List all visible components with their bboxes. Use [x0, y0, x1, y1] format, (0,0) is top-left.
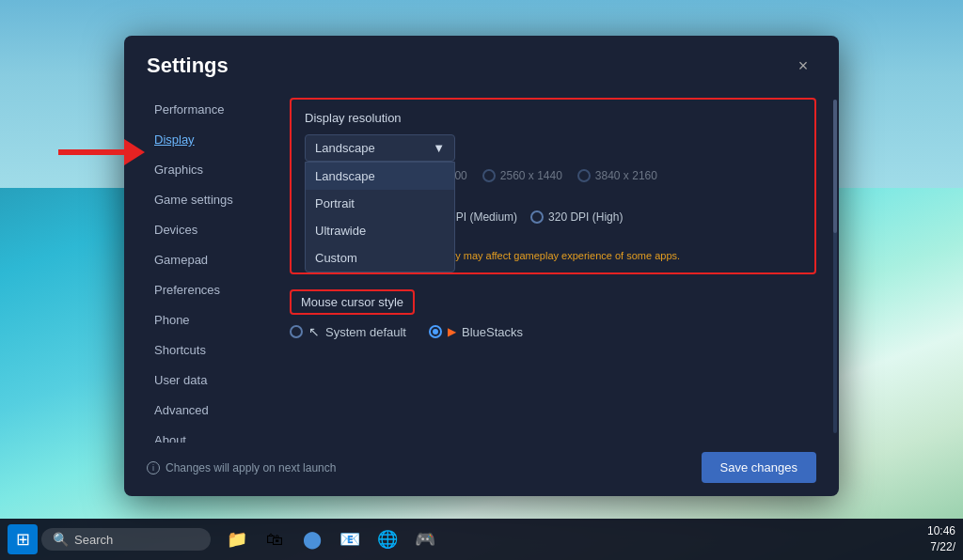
dropdown-container: Landscape ▼ Landscape Portrait Ultrawide…: [305, 134, 801, 162]
edge-icon[interactable]: 🌐: [372, 524, 403, 554]
chrome-icon[interactable]: ⬤: [297, 524, 327, 554]
sidebar-item-devices[interactable]: Devices: [132, 215, 267, 244]
sidebar-item-about[interactable]: About: [132, 426, 267, 443]
landscape-dropdown[interactable]: Landscape ▼: [305, 134, 455, 162]
sidebar-item-advanced[interactable]: Advanced: [132, 396, 267, 425]
settings-dialog: Settings × Performance Display Graphics …: [124, 36, 839, 496]
info-icon: i: [147, 461, 160, 474]
display-resolution-title: Display resolution: [305, 111, 801, 125]
bluestacks-icon: ▶: [448, 325, 456, 338]
res-option-2560[interactable]: 2560 x 1440: [482, 169, 562, 182]
dropdown-value: Landscape: [315, 141, 375, 155]
sidebar-item-user-data[interactable]: User data: [132, 366, 267, 395]
app-icon[interactable]: 🎮: [410, 524, 440, 554]
sidebar: Performance Display Graphics Game settin…: [124, 90, 275, 443]
file-explorer-icon[interactable]: 📁: [222, 524, 252, 554]
sidebar-item-gamepad[interactable]: Gamepad: [132, 245, 267, 274]
sidebar-item-phone[interactable]: Phone: [132, 305, 267, 334]
taskbar: ⊞ 🔍 Search 📁 🛍 ⬤ 📧 🌐 🎮 10:46 7/22/: [0, 519, 963, 560]
cursor-section: Mouse cursor style ↖ System default ▶ Bl…: [290, 289, 816, 339]
search-icon: 🔍: [53, 532, 69, 547]
red-arrow: [58, 139, 145, 165]
scroll-indicator[interactable]: [833, 100, 837, 433]
res-label-3840: 3840 x 2160: [595, 169, 657, 182]
cursor-arrow-icon: ↖: [308, 324, 320, 339]
radio-system-cursor[interactable]: [290, 325, 303, 338]
bottom-bar: i Changes will apply on next launch Save…: [124, 443, 839, 496]
taskbar-search[interactable]: 🔍 Search: [41, 528, 211, 551]
cursor-option-system[interactable]: ↖ System default: [290, 324, 406, 339]
dropdown-chevron-icon: ▼: [433, 141, 445, 155]
radio-2560[interactable]: [482, 169, 496, 182]
clock-date: 7/22/: [927, 539, 955, 555]
settings-body: Performance Display Graphics Game settin…: [124, 90, 839, 443]
sidebar-item-shortcuts[interactable]: Shortcuts: [132, 335, 267, 365]
dpi-option-320[interactable]: 320 DPI (High): [530, 210, 623, 224]
cursor-option-bluestacks[interactable]: ▶ BlueStacks: [429, 325, 523, 339]
dpi-label-320: 320 DPI (High): [548, 210, 623, 224]
mail-icon[interactable]: 📧: [335, 524, 365, 554]
sidebar-item-graphics[interactable]: Graphics: [132, 155, 267, 184]
radio-3840[interactable]: [577, 169, 591, 182]
main-content: Display resolution Landscape ▼ Landscape…: [275, 90, 839, 443]
modal-overlay: Settings × Performance Display Graphics …: [0, 0, 963, 560]
arrow-head: [124, 139, 145, 165]
store-icon[interactable]: 🛍: [260, 524, 290, 554]
changes-note: i Changes will apply on next launch: [147, 461, 336, 474]
radio-bluestacks-cursor[interactable]: [429, 325, 442, 338]
cursor-options: ↖ System default ▶ BlueStacks: [290, 324, 816, 339]
sidebar-item-performance[interactable]: Performance: [132, 95, 267, 124]
close-button[interactable]: ×: [790, 53, 816, 79]
cursor-label-system: System default: [325, 325, 406, 339]
mouse-cursor-title: Mouse cursor style: [290, 289, 415, 315]
dropdown-menu: Landscape Portrait Ultrawide Custom: [305, 162, 455, 272]
res-label-2560: 2560 x 1440: [500, 169, 562, 182]
sidebar-item-preferences[interactable]: Preferences: [132, 275, 267, 304]
res-option-3840[interactable]: 3840 x 2160: [577, 169, 657, 182]
taskbar-clock: 10:46 7/22/: [927, 523, 955, 555]
dropdown-option-ultrawide[interactable]: Ultrawide: [306, 217, 454, 244]
dropdown-option-portrait[interactable]: Portrait: [306, 190, 454, 217]
dropdown-option-landscape[interactable]: Landscape: [306, 163, 454, 190]
sidebar-item-display[interactable]: Display: [132, 125, 267, 154]
scroll-thumb: [833, 100, 837, 233]
arrow-line: [58, 149, 124, 155]
save-changes-button[interactable]: Save changes: [702, 452, 816, 483]
settings-title-bar: Settings ×: [124, 36, 839, 90]
cursor-label-bluestacks: BlueStacks: [462, 325, 523, 339]
display-resolution-section: Display resolution Landscape ▼ Landscape…: [290, 98, 816, 274]
start-button[interactable]: ⊞: [8, 524, 38, 554]
taskbar-icons: 📁 🛍 ⬤ 📧 🌐 🎮: [222, 524, 440, 554]
search-placeholder: Search: [74, 533, 113, 547]
clock-time: 10:46: [927, 523, 955, 539]
dropdown-option-custom[interactable]: Custom: [306, 244, 454, 272]
sidebar-item-game-settings[interactable]: Game settings: [132, 185, 267, 214]
changes-note-text: Changes will apply on next launch: [166, 461, 336, 474]
settings-title: Settings: [147, 54, 229, 78]
radio-320dpi[interactable]: [530, 210, 544, 224]
